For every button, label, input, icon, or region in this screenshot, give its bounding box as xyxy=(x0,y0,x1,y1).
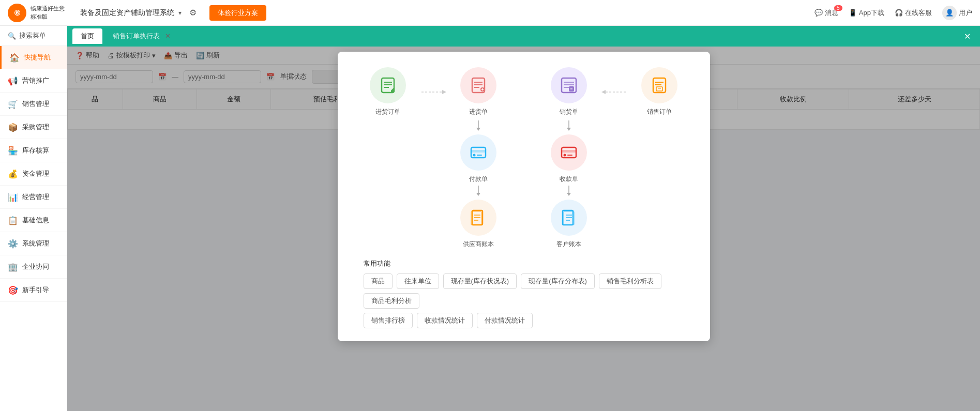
svg-marker-40 xyxy=(476,193,480,196)
finance-icon: 💰 xyxy=(8,169,18,179)
func-buttons-row2: 销售排行榜 收款情况统计 付款情况统计 xyxy=(364,313,684,328)
sidebar-item-basic[interactable]: 📋 基础信息 xyxy=(0,209,67,232)
settings-icon[interactable]: ⚙ xyxy=(186,6,200,20)
func-btn-payment-stats[interactable]: 付款情况统计 xyxy=(477,313,533,328)
flow-item-supplier-ledger[interactable]: 供应商账本 xyxy=(449,200,508,249)
customer-ledger-label: 客户账本 xyxy=(556,240,581,249)
func-btn-product[interactable]: 商品 xyxy=(364,273,393,289)
flow-item-payment[interactable]: 付款单 xyxy=(449,134,508,184)
func-btn-product-margin[interactable]: 商品毛利分析 xyxy=(364,293,419,309)
tab-sales-order[interactable]: 销售订单执行表 ✕ xyxy=(104,28,179,44)
sidebar-item-guide[interactable]: 🎯 新手引导 xyxy=(0,279,67,302)
payment-circle xyxy=(460,134,496,171)
system-title-area: 装备及固定资产辅助管理系统 ▾ ⚙ 体验行业方案 xyxy=(75,5,815,21)
top-right-area: 💬 消息 5 📱 App下载 🎧 在线客服 👤 用户 xyxy=(815,6,972,20)
func-btn-receipt-stats[interactable]: 收款情况统计 xyxy=(417,313,473,328)
sidebar-item-purchase[interactable]: 📦 采购管理 xyxy=(0,116,67,139)
svg-rect-25 xyxy=(656,87,662,91)
search-menu-btn[interactable]: 🔍 搜索菜单 xyxy=(0,26,67,46)
main-content: 首页 销售订单执行表 ✕ ✕ ❓ 帮助 🖨 按模板打印 ▾ 📤 导出 xyxy=(67,26,980,411)
sidebar: 🔍 搜索菜单 🏠 快捷导航 📢 营销推广 🛒 销售管理 📦 采购管理 🏪 库存核… xyxy=(0,26,67,411)
sales-icon: 🛒 xyxy=(8,99,18,109)
sidebar-item-operation[interactable]: 📊 经营管理 xyxy=(0,186,67,209)
sidebar-item-marketing[interactable]: 📢 营销推广 xyxy=(0,69,67,93)
app-download-btn[interactable]: 📱 App下载 xyxy=(849,8,884,18)
marketing-icon: 📢 xyxy=(8,75,18,86)
flow-item-purchase-order[interactable]: 进货订单 xyxy=(358,67,418,116)
func-btn-sales-rank[interactable]: 销售排行榜 xyxy=(364,313,413,328)
message-badge: 5 xyxy=(834,5,842,11)
sidebar-item-corp[interactable]: 🏢 企业协同 xyxy=(0,255,67,279)
sidebar-item-inventory[interactable]: 🏪 库存核算 xyxy=(0,139,67,162)
svg-marker-42 xyxy=(567,193,571,196)
inventory-icon: 🏪 xyxy=(8,145,18,156)
purchase-bill-label: 进货单 xyxy=(469,108,488,116)
system-dropdown-btn[interactable]: ▾ xyxy=(178,9,182,17)
sidebar-item-finance[interactable]: 💰 资金管理 xyxy=(0,162,67,186)
sidebar-item-quick-nav[interactable]: 🏠 快捷导航 xyxy=(0,46,67,69)
sidebar-item-system[interactable]: ⚙️ 系统管理 xyxy=(0,232,67,255)
svg-marker-4 xyxy=(391,87,394,93)
guide-icon: 🎯 xyxy=(8,285,18,295)
flow-item-purchase-bill[interactable]: 进货单 xyxy=(449,67,508,116)
system-icon: ⚙️ xyxy=(8,238,18,249)
func-btn-stock-dist[interactable]: 现存量(库存分布表) xyxy=(521,273,595,289)
trial-btn[interactable]: 体验行业方案 xyxy=(209,5,266,21)
system-title-text: 装备及固定资产辅助管理系统 xyxy=(80,8,174,18)
flow-item-sales-bill[interactable]: 销货单 xyxy=(539,67,599,116)
tab-home[interactable]: 首页 xyxy=(72,28,102,44)
svg-point-33 xyxy=(473,154,476,157)
svg-marker-30 xyxy=(567,128,571,131)
flow-item-customer-ledger[interactable]: 客户账本 xyxy=(539,200,599,249)
modal-body: 进货订单 进货单 xyxy=(338,52,710,341)
receipt-circle xyxy=(551,134,587,171)
sales-order-label: 销售订单 xyxy=(647,108,672,116)
down-arrow-payment xyxy=(449,120,508,132)
svg-marker-28 xyxy=(476,128,480,131)
purchase-bill-circle xyxy=(460,67,496,103)
down-arrow-receipt xyxy=(539,120,599,132)
content-area: ❓ 帮助 🖨 按模板打印 ▾ 📤 导出 🔄 刷新 📅 — 📅 xyxy=(67,47,980,411)
customer-service-btn[interactable]: 🎧 在线客服 xyxy=(895,8,932,18)
user-menu[interactable]: 👤 用户 xyxy=(942,6,972,20)
func-btn-stock-status[interactable]: 现存量(库存状况表) xyxy=(443,273,517,289)
logo-icon: ⑥ xyxy=(8,4,26,22)
svg-rect-34 xyxy=(477,155,482,156)
arrow-3 xyxy=(599,88,630,96)
flow-modal: 进货订单 进货单 xyxy=(338,52,710,341)
purchase-icon: 📦 xyxy=(8,122,18,132)
modal-overlay[interactable]: 进货订单 进货单 xyxy=(67,47,980,411)
logo-area: ⑥ 畅康通好生意 标准版 xyxy=(8,4,75,22)
svg-marker-21 xyxy=(601,90,606,94)
payment-label: 付款单 xyxy=(469,175,488,184)
home-icon: 🏠 xyxy=(9,52,20,63)
flow-item-receipt[interactable]: 收款单 xyxy=(539,134,599,184)
func-btn-sales-margin[interactable]: 销售毛利分析表 xyxy=(599,273,661,289)
sidebar-item-sales[interactable]: 🛒 销售管理 xyxy=(0,93,67,116)
search-icon: 🔍 xyxy=(8,32,16,40)
func-btn-counterpart[interactable]: 往来单位 xyxy=(397,273,439,289)
corp-icon: 🏢 xyxy=(8,262,18,272)
down-arrow-customer xyxy=(539,186,599,197)
func-buttons-row1: 商品 往来单位 现存量(库存状况表) 现存量(库存分布表) 销售毛利分析表 商品… xyxy=(364,273,684,309)
customer-ledger-circle xyxy=(551,200,587,236)
svg-marker-6 xyxy=(442,90,446,94)
svg-point-37 xyxy=(564,154,566,157)
basic-icon: 📋 xyxy=(8,215,18,225)
common-functions: 常用功能 商品 往来单位 现存量(库存状况表) 现存量(库存分布表) 销售毛利分… xyxy=(358,259,689,341)
download-icon: 📱 xyxy=(849,9,857,17)
operation-icon: 📊 xyxy=(8,192,18,202)
tab-bar: 首页 销售订单执行表 ✕ ✕ xyxy=(67,26,980,47)
top-bar: ⑥ 畅康通好生意 标准版 装备及固定资产辅助管理系统 ▾ ⚙ 体验行业方案 💬 … xyxy=(0,0,980,26)
supplier-ledger-label: 供应商账本 xyxy=(463,240,494,249)
arrow-1 xyxy=(418,88,449,96)
down-arrow-supplier xyxy=(449,186,508,197)
sales-bill-label: 销货单 xyxy=(560,108,578,116)
svg-rect-32 xyxy=(471,150,486,153)
tab-close-sales-order[interactable]: ✕ xyxy=(165,32,171,40)
sales-order-circle xyxy=(641,67,677,103)
flow-item-sales-order[interactable]: 销售订单 xyxy=(630,67,689,116)
tab-close-all-btn[interactable]: ✕ xyxy=(960,29,975,43)
message-btn[interactable]: 💬 消息 5 xyxy=(815,8,838,18)
svg-rect-36 xyxy=(562,150,576,153)
